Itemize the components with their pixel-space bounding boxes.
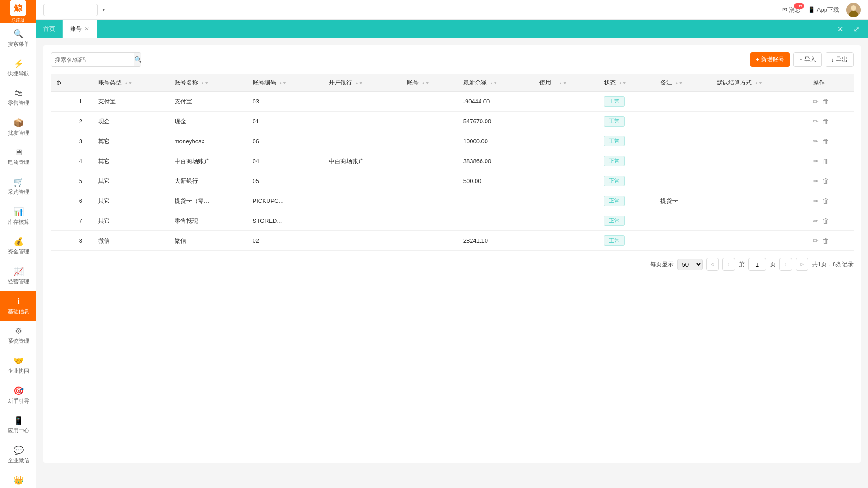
delete-icon[interactable]: 🗑 [822,137,829,145]
delete-icon[interactable]: 🗑 [822,117,829,125]
row-actions-cell: ✏ 🗑 [807,92,854,112]
row-balance-cell: 10000.00 [458,131,534,151]
next-page-button[interactable]: › [779,258,792,271]
edit-icon[interactable]: ✏ [813,117,819,126]
col-code[interactable]: 账号编码 ▲▼ [247,74,324,92]
row-account-cell [401,211,458,231]
sidebar-item-enterprise-agreement[interactable]: 🤝 企业协同 [0,351,36,380]
sidebar-item-label: 快捷导航 [8,70,29,78]
col-balance[interactable]: 最新余额 ▲▼ [458,74,534,92]
tab-home[interactable]: 首页 [36,20,63,38]
edit-icon[interactable]: ✏ [813,237,819,245]
sort-icon-balance: ▲▼ [489,81,497,85]
message-badge: 99+ [794,3,804,9]
col-default-payment[interactable]: 默认结算方式 ▲▼ [711,74,807,92]
col-status[interactable]: 状态 ▲▼ [599,74,655,92]
col-remark[interactable]: 备注 ▲▼ [655,74,712,92]
sidebar-item-new-guide[interactable]: 🎯 新手引导 [0,380,36,410]
row-usage-cell [534,112,599,131]
sidebar-item-ecommerce-manage[interactable]: 🖥 电商管理 [0,142,36,172]
sort-icon-usage: ▲▼ [559,81,567,85]
col-actions: 操作 [807,74,854,92]
row-settings-cell [51,211,69,231]
action-icons: ✏ 🗑 [813,177,848,185]
page-size-select[interactable]: 50 20 100 [677,259,703,270]
avatar[interactable] [846,3,861,17]
sidebar-item-operation[interactable]: 📈 经营管理 [0,261,36,291]
row-bank-cell [323,231,401,251]
sidebar-item-system-manage[interactable]: ⚙ 系统管理 [0,321,36,351]
search-button[interactable]: 🔍 [134,52,141,67]
row-remark-cell [655,131,712,151]
sidebar-item-wholesale-manage[interactable]: 📦 批发管理 [0,113,36,142]
row-code-cell: PICKUPC... [247,191,324,211]
col-type[interactable]: 账号类型 ▲▼ [93,74,169,92]
tab-expand-button[interactable]: ⤢ [850,23,863,35]
enterprise-wechat-icon: 💬 [14,446,24,455]
sidebar-item-search-menu[interactable]: 🔍 搜索菜单 [0,23,36,53]
delete-icon[interactable]: 🗑 [822,177,829,185]
action-icons: ✏ 🗑 [813,237,848,245]
delete-icon[interactable]: 🗑 [822,237,829,244]
search-icon: 🔍 [134,56,141,63]
edit-icon[interactable]: ✏ [813,137,819,145]
row-default-payment-cell [711,92,807,112]
topbar-dropdown[interactable]: ▾ [102,6,105,13]
sidebar-item-enterprise-wechat[interactable]: 💬 企业微信 [0,440,36,470]
sidebar: 鲸 乐库版 🔍 搜索菜单 ⚡ 快捷导航 🛍 零售管理 📦 批发管理 🖥 电商管理… [0,0,36,488]
col-name[interactable]: 账号名称 ▲▼ [169,74,247,92]
row-actions-cell: ✏ 🗑 [807,231,854,251]
row-index-cell: 8 [69,231,93,251]
tab-close-icon[interactable]: ✕ [85,26,89,32]
page-input[interactable] [748,258,766,271]
col-bank[interactable]: 开户银行 ▲▼ [323,74,401,92]
sidebar-item-quick-nav[interactable]: ⚡ 快捷导航 [0,53,36,83]
page-label: 第 [739,260,745,268]
app-download-button[interactable]: 📱 App下载 [808,6,839,14]
col-usage[interactable]: 使用... ▲▼ [534,74,599,92]
col-settings[interactable]: ⚙ [51,74,69,92]
sort-icon-name: ▲▼ [200,81,208,85]
row-bank-cell: 中百商场账户 [323,151,401,171]
export-button[interactable]: ↓ 导出 [826,52,854,67]
delete-icon[interactable]: 🗑 [822,197,829,205]
import-label: 导入 [804,56,816,64]
prev-page-button[interactable]: ‹ [722,258,735,271]
edit-icon[interactable]: ✏ [813,177,819,185]
first-page-button[interactable]: ⊲ [706,258,719,271]
system-icon: ⚙ [15,326,22,336]
message-button[interactable]: ✉ 消息 99+ [782,6,801,14]
last-page-button[interactable]: ⊳ [796,258,808,271]
edit-icon[interactable]: ✏ [813,217,819,225]
edit-icon[interactable]: ✏ [813,98,819,106]
sidebar-item-inventory[interactable]: 📊 库存核算 [0,202,36,231]
add-account-button[interactable]: + 新增账号 [750,52,790,67]
delete-icon[interactable]: 🗑 [822,98,829,105]
row-type-cell: 其它 [93,191,169,211]
row-code-cell: 02 [247,231,324,251]
sidebar-item-vip[interactable]: 👑 畅会员 [0,470,36,488]
sidebar-item-retail-manage[interactable]: 🛍 零售管理 [0,83,36,113]
delete-icon[interactable]: 🗑 [822,217,829,225]
search-input[interactable] [51,56,134,63]
import-button[interactable]: ↑ 导入 [793,52,822,67]
table-row: 6 其它 提货卡（零… PICKUPC... 正常 提货卡 ✏ 🗑 [51,191,854,211]
basic-info-icon: ℹ [17,296,20,306]
sidebar-item-purchase-manage[interactable]: 🛒 采购管理 [0,172,36,202]
edit-icon[interactable]: ✏ [813,157,819,165]
sidebar-item-finance[interactable]: 💰 资金管理 [0,231,36,261]
row-type-cell: 其它 [93,131,169,151]
edit-icon[interactable]: ✏ [813,197,819,205]
col-code-label: 账号编码 [253,79,276,86]
topbar-search-input[interactable] [43,4,98,16]
sidebar-item-basic-info[interactable]: ℹ 基础信息 [0,291,36,321]
delete-icon[interactable]: 🗑 [822,157,829,165]
sidebar-item-label: 系统管理 [8,338,29,345]
action-icons: ✏ 🗑 [813,217,848,225]
tab-account[interactable]: 账号 ✕ [63,20,97,38]
sidebar-item-app-center[interactable]: 📱 应用中心 [0,410,36,440]
tab-close-all-button[interactable]: ✕ [834,23,846,35]
col-account[interactable]: 账号 ▲▼ [401,74,458,92]
page-suffix: 页 [770,260,776,268]
row-settings-cell [51,92,69,112]
